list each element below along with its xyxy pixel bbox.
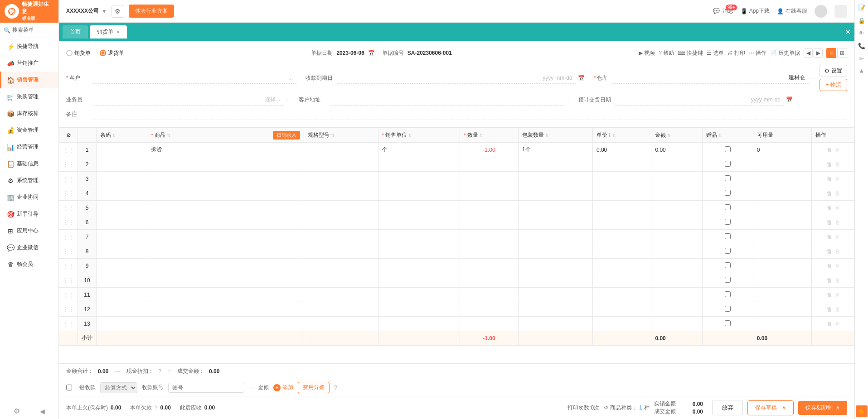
goods-cell[interactable] — [147, 244, 304, 259]
gift-checkbox[interactable] — [725, 306, 731, 312]
customer-addr-input[interactable] — [330, 94, 563, 106]
spec-cell[interactable] — [304, 317, 378, 331]
unit-price-cell[interactable]: 0.00 — [592, 143, 651, 157]
price-info-icon[interactable]: ℹ — [609, 132, 611, 139]
view-list-btn[interactable]: ≡ — [826, 48, 836, 58]
gift-cell[interactable] — [702, 230, 753, 244]
unit-cell[interactable] — [378, 172, 460, 186]
pack-qty-cell[interactable] — [518, 302, 592, 317]
spec-cell[interactable] — [304, 186, 378, 201]
row-drag-icon[interactable]: ⋮⋮ — [63, 234, 74, 240]
customer-input[interactable]: ... — [93, 72, 296, 84]
pack-qty-cell[interactable] — [518, 201, 592, 215]
amount-cell[interactable] — [651, 230, 702, 244]
rp-edit-icon[interactable]: ✏ — [856, 53, 868, 64]
barcode-cell[interactable] — [97, 302, 147, 317]
row-drag-icon[interactable]: ⋮⋮ — [63, 292, 74, 298]
delete-icon[interactable]: 🗑 — [827, 161, 832, 168]
unit-cell[interactable] — [378, 259, 460, 273]
gift-cell[interactable] — [702, 201, 753, 215]
view-grid-btn[interactable]: ⊞ — [837, 48, 847, 58]
unit-price-cell[interactable] — [592, 302, 651, 317]
amount-cell[interactable] — [651, 244, 702, 259]
sidebar-item-quick-nav[interactable]: ⚡ 快捷导航 — [0, 38, 58, 55]
unit-price-cell[interactable] — [592, 157, 651, 172]
sidebar-item-sales[interactable]: 🏠 销售管理 — [0, 72, 58, 88]
spec-cell[interactable] — [304, 215, 378, 230]
delete-icon[interactable]: 🗑 — [827, 248, 832, 255]
quantity-cell[interactable] — [460, 244, 519, 259]
barcode-cell[interactable] — [97, 317, 147, 331]
barcode-cell[interactable] — [97, 288, 147, 302]
row-drag-icon[interactable]: ⋮⋮ — [63, 306, 74, 313]
help-btn[interactable]: ? 帮助 — [659, 49, 674, 57]
gift-checkbox[interactable] — [725, 146, 731, 152]
scan-button[interactable]: 扫码录入 — [273, 131, 300, 140]
settings-button[interactable]: ⚙ 设置 — [820, 65, 847, 77]
unit-price-cell[interactable] — [592, 317, 651, 331]
quantity-cell[interactable] — [460, 186, 519, 201]
spec-cell[interactable] — [304, 259, 378, 273]
sidebar-item-enterprise[interactable]: 🏢 企业协同 — [0, 189, 58, 206]
barcode-cell[interactable] — [97, 186, 147, 201]
barcode-cell[interactable] — [97, 230, 147, 244]
rp-orange-icon[interactable]: 🔶 — [856, 405, 868, 417]
pack-qty-cell[interactable] — [518, 317, 592, 331]
copy-icon[interactable]: ⎘ — [836, 176, 839, 182]
amount-cell[interactable] — [651, 288, 702, 302]
gift-checkbox[interactable] — [725, 262, 731, 268]
th-settings[interactable]: ⚙ — [59, 128, 78, 143]
spec-cell[interactable] — [304, 288, 378, 302]
th-gift[interactable]: 赠品⇅ — [702, 128, 753, 143]
notes-input[interactable] — [93, 108, 847, 120]
sidebar-search[interactable]: 🔍 搜索菜单 — [0, 23, 58, 38]
unit-price-cell[interactable] — [592, 186, 651, 201]
amount-cell[interactable] — [651, 157, 702, 172]
pack-qty-cell[interactable] — [518, 172, 592, 186]
warehouse-input[interactable]: 建材仓 — [612, 72, 809, 84]
discount-help-icon[interactable]: ? — [158, 368, 161, 375]
tab-close-button[interactable]: ✕ — [845, 28, 851, 36]
delete-icon[interactable]: 🗑 — [827, 263, 832, 269]
expense-split-button[interactable]: 费用分摊 — [298, 382, 330, 393]
quantity-cell[interactable] — [460, 201, 519, 215]
topbar-settings-button[interactable]: ⚙ — [112, 5, 124, 18]
delete-icon[interactable]: 🗑 — [827, 306, 832, 313]
amount-cell[interactable] — [651, 259, 702, 273]
barcode-cell[interactable] — [97, 201, 147, 215]
gift-cell[interactable] — [702, 143, 753, 157]
prev-arrow[interactable]: ◀ — [804, 48, 813, 58]
pack-qty-cell[interactable] — [518, 157, 592, 172]
unit-price-cell[interactable] — [592, 288, 651, 302]
spec-cell[interactable] — [304, 143, 378, 157]
quantity-cell[interactable] — [460, 230, 519, 244]
sidebar-item-app-center[interactable]: ⊞ 应用中心 — [0, 222, 58, 239]
rp-lock-icon[interactable]: 🔒 — [856, 14, 868, 26]
due-date-input[interactable]: yyyy-mm-dd — [337, 72, 576, 84]
sidebar-item-basic[interactable]: 📋 基础信息 — [0, 155, 58, 172]
spec-cell[interactable] — [304, 273, 378, 288]
one-click-collect-checkbox[interactable]: 一键收款 — [66, 384, 96, 391]
goods-cell[interactable] — [147, 201, 304, 215]
amount-cell[interactable] — [651, 273, 702, 288]
delete-icon[interactable]: 🗑 — [827, 190, 832, 197]
quantity-cell[interactable] — [460, 288, 519, 302]
unit-cell[interactable] — [378, 215, 460, 230]
barcode-cell[interactable] — [97, 273, 147, 288]
gift-checkbox[interactable] — [725, 291, 731, 297]
unit-cell[interactable]: 个 — [378, 143, 460, 157]
copy-icon[interactable]: ⎘ — [836, 234, 839, 240]
unit-cell[interactable] — [378, 317, 460, 331]
pack-qty-cell[interactable] — [518, 259, 592, 273]
date-picker-icon[interactable]: 📅 — [368, 50, 375, 56]
unit-price-cell[interactable] — [592, 244, 651, 259]
gift-cell[interactable] — [702, 302, 753, 317]
pack-qty-cell[interactable] — [518, 273, 592, 288]
barcode-cell[interactable] — [97, 215, 147, 230]
copy-icon[interactable]: ⎘ — [836, 190, 839, 197]
amount-cell[interactable] — [651, 201, 702, 215]
goods-cell[interactable] — [147, 172, 304, 186]
amount-cell[interactable] — [651, 215, 702, 230]
expected-date-calendar-icon[interactable]: 📅 — [786, 96, 793, 103]
abandon-button[interactable]: 放弃 — [712, 400, 743, 415]
